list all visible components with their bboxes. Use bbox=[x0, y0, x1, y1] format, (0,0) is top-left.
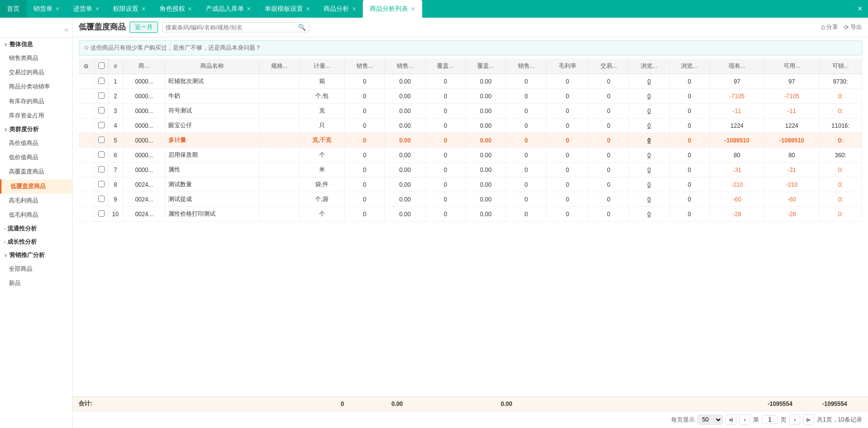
sidebar-section-overall[interactable]: ∨ 整体信息 bbox=[0, 38, 72, 51]
cell-sales3: 0 bbox=[506, 133, 546, 148]
cell-gross-margin: 0 bbox=[546, 74, 589, 89]
cell-browse1[interactable]: 0 bbox=[629, 207, 669, 222]
sidebar-item-high-value[interactable]: 高价值商品 bbox=[0, 136, 72, 150]
footer-empty5 bbox=[425, 400, 479, 407]
period-button[interactable]: 近一月 bbox=[130, 22, 158, 33]
nav-template-settings[interactable]: 单据模板设置 × bbox=[258, 0, 317, 18]
next-page-button[interactable]: › bbox=[789, 414, 800, 425]
nav-product-analysis[interactable]: 商品分析 × bbox=[317, 0, 363, 18]
nav-close-product-entry[interactable]: × bbox=[247, 0, 251, 18]
export-icon: ⟳ bbox=[844, 24, 849, 31]
cell-browse1[interactable]: 0 bbox=[629, 133, 669, 148]
cell-browse1[interactable]: 0 bbox=[629, 118, 669, 133]
data-table: ⚙ # 商... 商品名称 规格... 计量... 销售... 销售... 覆盖… bbox=[79, 58, 862, 222]
cell-code: 0000... bbox=[123, 104, 165, 118]
content-header: 低覆盖度商品 近一月 🔍 ⎙ 分享 ⟳ 导出 bbox=[73, 18, 868, 37]
column-sales-amount: 销售... bbox=[385, 58, 425, 74]
nav-product-entry[interactable]: 产成品入库单 × bbox=[199, 0, 258, 18]
sidebar-collapse-button[interactable]: « bbox=[0, 22, 72, 38]
sidebar-item-category-rate[interactable]: 商品分类动销率 bbox=[0, 80, 72, 94]
first-page-button[interactable]: ⊲ bbox=[726, 414, 736, 425]
sidebar-item-low-value[interactable]: 低价值商品 bbox=[0, 150, 72, 165]
sidebar-item-traded-goods[interactable]: 交易过的商品 bbox=[0, 65, 72, 80]
row-checkbox[interactable] bbox=[98, 92, 105, 99]
nav-purchase-order[interactable]: 进货单 × bbox=[66, 0, 106, 18]
column-name: 商品名称 bbox=[165, 58, 259, 74]
nav-close-product-analysis-list[interactable]: × bbox=[411, 0, 415, 18]
section-arrow-cluster: ∨ bbox=[4, 127, 7, 132]
nav-close-role-auth[interactable]: × bbox=[188, 0, 192, 18]
cell-sales-amount: 0.00 bbox=[385, 133, 425, 148]
sidebar-section-marketing[interactable]: ∨ 营销推广分析 bbox=[0, 249, 72, 262]
prev-page-button[interactable]: ‹ bbox=[739, 414, 750, 425]
sidebar-section-liquidity[interactable]: › 流通性分析 bbox=[0, 222, 72, 235]
nav-close-sales-order[interactable]: × bbox=[55, 0, 59, 18]
cell-spec bbox=[259, 207, 299, 222]
cell-sales-amount: 0.00 bbox=[385, 104, 425, 118]
share-button[interactable]: ⎙ 分享 bbox=[821, 23, 838, 31]
cell-available: -11 bbox=[764, 104, 819, 118]
cell-browse1[interactable]: 0 bbox=[629, 192, 669, 207]
cell-checkbox bbox=[94, 163, 108, 177]
row-checkbox[interactable] bbox=[98, 210, 105, 217]
sidebar-item-capital-usage[interactable]: 库存资金占用 bbox=[0, 109, 72, 123]
cell-browse1[interactable]: 0 bbox=[629, 74, 669, 89]
row-checkbox[interactable] bbox=[98, 181, 105, 187]
search-input[interactable] bbox=[165, 24, 298, 31]
cell-sellable: 0: bbox=[819, 177, 862, 192]
row-checkbox[interactable] bbox=[98, 166, 105, 172]
row-checkbox[interactable] bbox=[98, 78, 105, 84]
window-close-button[interactable]: × bbox=[858, 4, 868, 13]
cell-num: 9 bbox=[108, 192, 123, 207]
cell-browse1[interactable]: 0 bbox=[629, 148, 669, 163]
page-size-select[interactable]: 50 10 20 100 bbox=[698, 415, 723, 425]
last-page-button[interactable]: ⊳ bbox=[803, 414, 814, 425]
select-all-checkbox[interactable] bbox=[98, 62, 105, 69]
sidebar-item-high-coverage[interactable]: 高覆盖度商品 bbox=[0, 165, 72, 179]
nav-role-auth[interactable]: 角色授权 × bbox=[153, 0, 199, 18]
column-num: # bbox=[108, 58, 123, 74]
nav-sales-order[interactable]: 销货单 × bbox=[27, 0, 66, 18]
cell-browse2: 0 bbox=[669, 177, 709, 192]
sidebar-section-cluster[interactable]: ∨ 类群度分析 bbox=[0, 123, 72, 136]
cell-name: 眼宝公仔 bbox=[165, 118, 259, 133]
nav-close-template-settings[interactable]: × bbox=[306, 0, 310, 18]
column-settings[interactable]: ⚙ bbox=[79, 58, 94, 74]
sidebar-item-high-margin[interactable]: 高毛利商品 bbox=[0, 194, 72, 208]
nav-close-permission[interactable]: × bbox=[141, 0, 145, 18]
cell-gross-margin: 0 bbox=[546, 207, 589, 222]
sidebar-item-sales-goods[interactable]: 销售类商品 bbox=[0, 51, 72, 65]
nav-product-analysis-list[interactable]: 商品分析列表 × bbox=[363, 0, 422, 18]
cell-browse1[interactable]: 0 bbox=[629, 163, 669, 177]
sidebar-section-growth[interactable]: › 成长性分析 bbox=[0, 235, 72, 249]
cell-trade: 0 bbox=[589, 177, 629, 192]
main-layout: « ∨ 整体信息 销售类商品 交易过的商品 商品分类动销率 有库存的商品 库存资… bbox=[0, 18, 868, 428]
nav-close-purchase-order[interactable]: × bbox=[95, 0, 99, 18]
cell-sales3: 0 bbox=[506, 89, 546, 104]
nav-home[interactable]: 首页 bbox=[0, 0, 27, 18]
sidebar-item-stock-goods[interactable]: 有库存的商品 bbox=[0, 94, 72, 109]
row-checkbox[interactable] bbox=[98, 137, 105, 143]
export-button[interactable]: ⟳ 导出 bbox=[844, 23, 862, 31]
row-checkbox[interactable] bbox=[98, 196, 105, 202]
cell-code: 0000... bbox=[123, 89, 165, 104]
sidebar-item-low-coverage[interactable]: 低覆盖度商品 bbox=[0, 179, 72, 194]
nav-close-product-analysis[interactable]: × bbox=[352, 0, 356, 18]
sidebar-item-all-goods[interactable]: 全部商品 bbox=[0, 262, 72, 276]
row-checkbox[interactable] bbox=[98, 107, 105, 114]
cell-browse1[interactable]: 0 bbox=[629, 177, 669, 192]
cell-browse1[interactable]: 0 bbox=[629, 89, 669, 104]
cell-current-stock: 1224 bbox=[709, 118, 764, 133]
cell-sales3: 0 bbox=[506, 104, 546, 118]
sidebar-item-low-margin[interactable]: 低毛利商品 bbox=[0, 208, 72, 222]
row-checkbox[interactable] bbox=[98, 151, 105, 158]
page-input[interactable] bbox=[762, 415, 778, 424]
sidebar-item-new-goods[interactable]: 新品 bbox=[0, 276, 72, 290]
cell-current-stock: 97 bbox=[709, 74, 764, 89]
cell-browse1[interactable]: 0 bbox=[629, 104, 669, 118]
cell-cover2: 0.00 bbox=[465, 148, 506, 163]
nav-permission[interactable]: 权限设置 × bbox=[106, 0, 152, 18]
row-checkbox[interactable] bbox=[98, 122, 105, 128]
search-icon[interactable]: 🔍 bbox=[298, 24, 306, 31]
cell-code: 0024... bbox=[123, 192, 165, 207]
